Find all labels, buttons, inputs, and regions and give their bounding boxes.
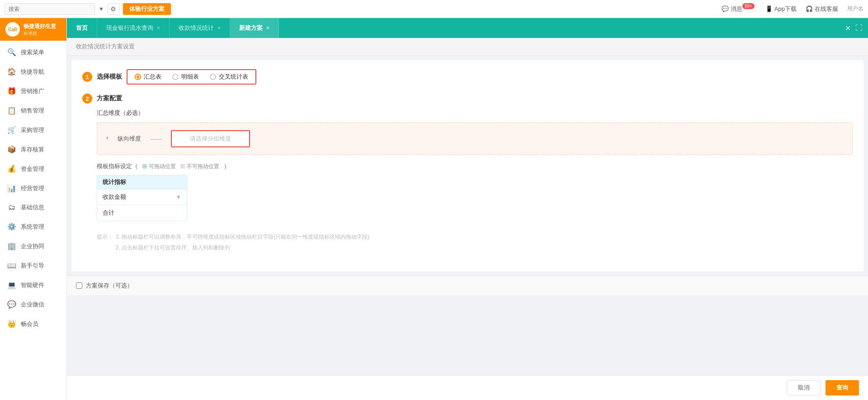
radio-detail-circle: [172, 74, 179, 80]
sidebar-item-label: 资金管理: [21, 165, 44, 173]
footer-bar: 取消 查询: [67, 375, 868, 400]
tab-bank-flow-label: 现金银行流水查询: [106, 24, 153, 32]
settings-button[interactable]: ⚙: [108, 3, 119, 15]
radio-summary[interactable]: 汇总表: [135, 73, 161, 81]
step1-row: 1 选择模板 汇总表 明细表: [82, 69, 853, 85]
metrics-item-receipt-label: 收款金额: [103, 193, 126, 201]
cancel-button[interactable]: 取消: [787, 380, 821, 395]
search-input[interactable]: [5, 3, 95, 15]
sidebar-item-label: 企业微信: [21, 301, 44, 309]
trial-button[interactable]: 体验行业方案: [123, 3, 171, 15]
breadcrumb: 收款情况统计方案设置: [67, 38, 868, 56]
headset-icon: 🎧: [806, 5, 813, 12]
step2-section: 2 方案配置 汇总维度（必选） * 纵向维度 ——: [82, 94, 853, 253]
tab-receipt-stats-close-icon[interactable]: ×: [217, 25, 221, 31]
dimension-select-placeholder: 请选择分组维度: [190, 135, 231, 142]
maximize-icon[interactable]: ⛶: [855, 24, 863, 32]
sidebar-item-operations[interactable]: 📊 经营管理: [0, 179, 66, 198]
logo-icon: CaR: [5, 22, 20, 37]
dimension-select[interactable]: 请选择分组维度: [171, 130, 250, 147]
system-icon: ⚙️: [7, 222, 16, 231]
sidebar-item-inventory[interactable]: 📦 库存核算: [0, 140, 66, 159]
sidebar-item-label: 智能硬件: [21, 281, 44, 289]
logo-abbr: CaR: [8, 27, 17, 32]
inventory-icon: 📦: [7, 145, 16, 154]
sidebar-item-search-menu[interactable]: 🔍 搜索菜单: [0, 42, 66, 62]
step1-number: 1: [82, 72, 92, 82]
tab-bar-actions: ✕ ⛶: [840, 18, 868, 38]
tab-home[interactable]: 首页: [67, 18, 97, 38]
sidebar-item-label: 系统管理: [21, 223, 44, 231]
online-service-label: 在线客服: [815, 5, 838, 13]
header-left: ▼ ⚙ 体验行业方案: [5, 3, 171, 15]
metrics-item-total[interactable]: 合计: [97, 205, 187, 221]
hardware-icon: 💻: [7, 281, 16, 289]
message-item[interactable]: 💬 消息 99+: [722, 5, 756, 13]
sidebar-item-marketing[interactable]: 🎁 营销推广: [0, 81, 66, 101]
tab-new-plan[interactable]: 新建方案 ×: [230, 18, 279, 38]
radio-detail[interactable]: 明细表: [172, 73, 199, 81]
dropdown-arrow-icon: ▼: [99, 6, 104, 12]
member-icon: 👑: [7, 320, 16, 328]
tab-new-plan-close-icon[interactable]: ×: [266, 25, 269, 31]
header-dropdown[interactable]: ▼: [99, 6, 104, 12]
gift-icon: 🎁: [7, 87, 16, 95]
finance-icon: 💰: [7, 165, 16, 173]
main-container: CaR 畅捷通好生意 标准版 🔍 搜索菜单 🏠 快捷导航 🎁 营销推广 📋: [0, 18, 868, 400]
tab-receipt-stats-label: 收款情况统计: [179, 24, 214, 32]
radio-cross-circle: [210, 74, 216, 80]
required-star: *: [106, 136, 108, 142]
logo-sub-text: 标准版: [24, 30, 56, 37]
save-checkbox[interactable]: [76, 282, 82, 289]
tab-home-label: 首页: [76, 24, 88, 32]
radio-detail-label: 明细表: [181, 73, 199, 81]
sidebar-item-system[interactable]: ⚙️ 系统管理: [0, 217, 66, 236]
sidebar-item-purchase[interactable]: 🛒 采购管理: [0, 120, 66, 140]
tab-bank-flow-close-icon[interactable]: ×: [157, 25, 160, 31]
step2-number: 2: [82, 94, 92, 104]
sidebar-item-label: 经营管理: [21, 184, 44, 193]
sidebar-item-member[interactable]: 👑 畅会员: [0, 314, 66, 334]
app-download-label: App下载: [774, 5, 797, 13]
metrics-label-prefix: 模板指标设定（: [97, 162, 138, 170]
building-icon: 🏢: [7, 242, 16, 250]
radio-summary-label: 汇总表: [144, 73, 161, 81]
close-all-icon[interactable]: ✕: [845, 24, 851, 33]
message-icon: 💬: [722, 5, 729, 12]
sidebar-item-guide[interactable]: 📖 新手引导: [0, 256, 66, 275]
step2-config: 汇总维度（必选） * 纵向维度 —— 请选择分组维度: [82, 109, 853, 253]
metrics-container: 统计指标 收款金额 ▼ 合计: [97, 175, 187, 221]
sidebar-item-quick-nav[interactable]: 🏠 快捷导航: [0, 62, 66, 81]
tips-prefix: 提示：: [97, 231, 113, 242]
sidebar-item-label: 搜索菜单: [21, 48, 44, 56]
online-service-item[interactable]: 🎧 在线客服: [806, 5, 838, 13]
sidebar-item-smart-hardware[interactable]: 💻 智能硬件: [0, 275, 66, 295]
sidebar-item-basic-info[interactable]: 🗂 基础信息: [0, 198, 66, 217]
sidebar-item-finance[interactable]: 💰 资金管理: [0, 159, 66, 179]
dimension-section-label: 汇总维度（必选）: [97, 109, 853, 117]
legend-nodrag: 不可拖动位置: [180, 163, 219, 170]
guide-icon: 📖: [7, 261, 16, 270]
query-button[interactable]: 查询: [826, 380, 859, 395]
user-area[interactable]: 用户名: [847, 5, 863, 13]
nodrag-dot: [180, 164, 185, 169]
dimension-row: * 纵向维度 —— 请选择分组维度: [106, 130, 843, 147]
dropdown-chevron-icon[interactable]: ▼: [176, 194, 181, 200]
app-download-item[interactable]: 📱 App下载: [765, 5, 797, 13]
step2-title: 方案配置: [97, 94, 122, 103]
sidebar: CaR 畅捷通好生意 标准版 🔍 搜索菜单 🏠 快捷导航 🎁 营销推广 📋: [0, 18, 67, 400]
sidebar-item-label: 库存核算: [21, 146, 44, 154]
sidebar-item-sales[interactable]: 📋 销售管理: [0, 101, 66, 120]
metrics-header-label: 统计指标: [103, 179, 126, 185]
metrics-item-receipt[interactable]: 收款金额 ▼: [97, 189, 187, 205]
sidebar-item-enterprise[interactable]: 🏢 企业协同: [0, 236, 66, 256]
step2-row: 2 方案配置: [82, 94, 853, 104]
radio-cross[interactable]: 交叉统计表: [210, 73, 248, 81]
page-content: 收款情况统计方案设置 1 选择模板 汇总表: [67, 38, 868, 375]
form-card: 1 选择模板 汇总表 明细表: [71, 60, 863, 271]
sidebar-item-wechat[interactable]: 💬 企业微信: [0, 295, 66, 314]
tip-line-1: 提示： 1. 拖动标题栏可以调整布局，不可跨维度或指标区域拖动栏目字段(只能在同…: [97, 231, 853, 242]
tab-bank-flow[interactable]: 现金银行流水查询 ×: [97, 18, 170, 38]
tab-receipt-stats[interactable]: 收款情况统计 ×: [170, 18, 230, 38]
radio-summary-circle: [135, 74, 141, 80]
